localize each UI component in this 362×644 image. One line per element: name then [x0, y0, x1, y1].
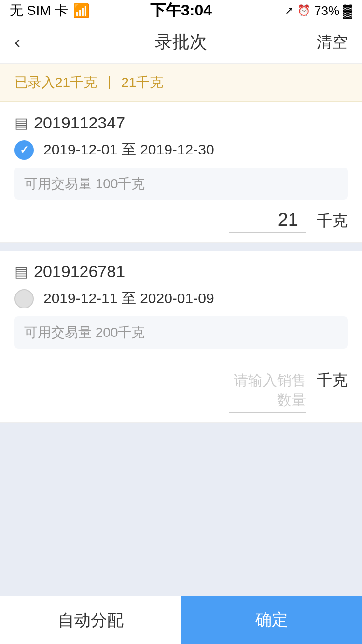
batch-2-qty-underline: 请输入销售数量	[229, 371, 306, 413]
page-title: 录批次	[155, 30, 207, 54]
battery-icon: ▓	[343, 3, 352, 18]
check-icon: ✓	[20, 144, 28, 156]
nav-bar: ‹ 录批次 清空	[0, 21, 362, 64]
batch-1-qty-underline: 21	[229, 210, 306, 233]
bottom-bar: 自动分配 确定	[0, 596, 362, 644]
status-left: 无 SIM 卡 📶	[10, 1, 90, 20]
batch-1-date-row: ✓ 2019-12-01 至 2019-12-30	[14, 140, 348, 160]
batch-2-radio[interactable]	[14, 289, 34, 308]
batch-1-qty-value: 21	[278, 210, 298, 230]
auto-distribute-label: 自动分配	[58, 609, 124, 631]
batch-2-available-box: 可用交易量 200千克	[14, 316, 348, 349]
batch-2-icon: ▤	[14, 263, 28, 280]
batch-2-date: 2019-12-11 至 2020-01-09	[43, 289, 214, 308]
batch-1-radio[interactable]: ✓	[14, 140, 34, 160]
batch-2-input-container: 请输入销售数量 千克	[229, 370, 348, 413]
batch-2-qty-placeholder: 请输入销售数量	[234, 372, 306, 408]
info-banner: 已录入21千克 21千克	[0, 64, 362, 102]
back-button[interactable]: ‹	[14, 32, 20, 53]
clear-button[interactable]: 清空	[317, 32, 348, 53]
batch-1-date: 2019-12-01 至 2019-12-30	[43, 140, 214, 160]
section-divider-2	[0, 423, 362, 596]
carrier-text: 无 SIM 卡	[10, 1, 68, 20]
batch-2-card: ▤ 2019126781 2019-12-11 至 2020-01-09 可用交…	[0, 251, 362, 360]
batch-1-icon: ▤	[14, 114, 28, 131]
batch-1-qty-unit: 千克	[317, 210, 348, 232]
batch-1-number: 2019112347	[34, 113, 125, 132]
status-time: 下午3:04	[150, 0, 212, 21]
batch-2-number: 2019126781	[34, 262, 125, 281]
batch-2-date-row: 2019-12-11 至 2020-01-09	[14, 289, 348, 308]
info-divider	[109, 76, 110, 89]
alarm-icon: ⏰	[297, 4, 310, 17]
auto-distribute-button[interactable]: 自动分配	[0, 596, 181, 644]
batch-2-header: ▤ 2019126781	[14, 262, 348, 281]
recorded-amount: 已录入21千克	[14, 73, 97, 92]
status-bar: 无 SIM 卡 📶 下午3:04 ↗ ⏰ 73% ▓	[0, 0, 362, 21]
batch-2-available: 可用交易量 200千克	[24, 325, 145, 340]
batch-1-available: 可用交易量 100千克	[24, 176, 145, 191]
confirm-button[interactable]: 确定	[181, 596, 362, 644]
wifi-icon: 📶	[73, 3, 90, 19]
section-divider-1	[0, 243, 362, 251]
batch-1-header: ▤ 2019112347	[14, 113, 348, 132]
batch-1-available-box: 可用交易量 100千克	[14, 168, 348, 200]
batch-1-input-container: 21 千克	[229, 210, 348, 233]
batch-2-qty-row[interactable]: 请输入销售数量 千克	[0, 360, 362, 423]
batch-1-qty-row: 21 千克	[0, 200, 362, 243]
confirm-label: 确定	[255, 609, 288, 631]
location-icon: ↗	[285, 4, 293, 17]
batch-1-card: ▤ 2019112347 ✓ 2019-12-01 至 2019-12-30 可…	[0, 102, 362, 200]
battery-text: 73%	[314, 3, 339, 18]
batch-2-qty-unit: 千克	[317, 370, 348, 391]
total-amount: 21千克	[121, 73, 163, 92]
status-right: ↗ ⏰ 73% ▓	[285, 3, 352, 18]
